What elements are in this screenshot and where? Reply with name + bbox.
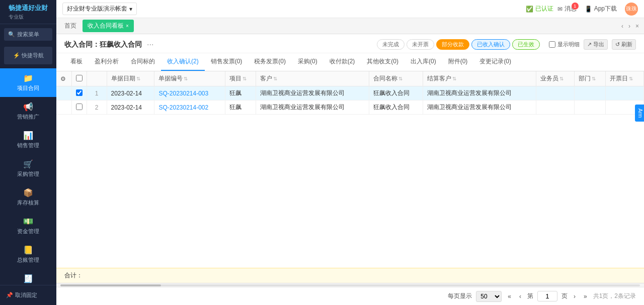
arm-button[interactable]: Arm bbox=[635, 105, 644, 122]
refresh-icon: ↺ bbox=[615, 41, 620, 48]
th-project[interactable]: 项目 ⇅ bbox=[225, 71, 256, 86]
th-department[interactable]: 部门 ⇅ bbox=[574, 71, 605, 86]
tab-attachment[interactable]: 附件(0) bbox=[442, 53, 474, 71]
more-actions-button[interactable]: ··· bbox=[147, 40, 153, 49]
tab-change-log[interactable]: 变更记录(0) bbox=[473, 53, 517, 71]
home-tab[interactable]: 首页 bbox=[60, 22, 80, 30]
tab-subject[interactable]: 合同标的 bbox=[125, 53, 161, 71]
user-avatar[interactable]: 珠珠 bbox=[625, 3, 638, 16]
message-badge: 1 bbox=[572, 3, 579, 10]
tab-purchase[interactable]: 采购(0) bbox=[292, 53, 324, 71]
sales-icon: 📊 bbox=[23, 131, 33, 140]
th-open-date[interactable]: 开票日 ⇅ bbox=[605, 71, 643, 86]
th-code[interactable]: 单据编号 ⇅ bbox=[154, 71, 225, 86]
per-page-select[interactable]: 20 50 100 bbox=[476, 291, 502, 302]
first-page-button[interactable]: « bbox=[506, 292, 513, 300]
refresh-button[interactable]: ↺ 刷新 bbox=[612, 39, 636, 50]
row2-checkbox[interactable] bbox=[76, 104, 83, 110]
row1-check[interactable] bbox=[71, 86, 87, 100]
sidebar-item-inventory[interactable]: 📦 库存核算 bbox=[0, 183, 56, 212]
tab-warehouse[interactable]: 出入库(0) bbox=[405, 53, 442, 71]
sidebar-item-funds[interactable]: 💵 资金管理 bbox=[0, 212, 56, 240]
sidebar: 畅捷通好业财 专业版 🔍 搜索菜单 ⚡ 快捷导航 📁 项目合同 📢 营销推广 📊… bbox=[0, 0, 56, 305]
table-row[interactable]: 2 2023-02-14 SQ-20230214-002 狂飙 湖南卫视商业运营… bbox=[56, 100, 644, 115]
row2-code-link[interactable]: SQ-20230214-002 bbox=[158, 104, 208, 111]
tab-sales-invoice[interactable]: 销售发票(0) bbox=[205, 53, 249, 71]
sort-dept-icon: ⇅ bbox=[592, 76, 596, 81]
tab-other-income[interactable]: 其他收支(0) bbox=[361, 53, 405, 71]
tab-close-icon[interactable]: × bbox=[634, 23, 640, 30]
page-input[interactable] bbox=[537, 291, 557, 301]
tab-payment[interactable]: 收付款(2) bbox=[324, 53, 361, 71]
tab-tax-invoice[interactable]: 税务发票(0) bbox=[248, 53, 292, 71]
th-salesperson[interactable]: 业务员 ⇅ bbox=[536, 71, 574, 86]
sidebar-item-general[interactable]: 📒 总账管理 bbox=[0, 240, 56, 269]
sort-customer-icon: ⇅ bbox=[273, 76, 277, 81]
certified-badge: ✅ 已认证 bbox=[526, 5, 553, 13]
tab-next-icon[interactable]: › bbox=[627, 23, 631, 30]
status-revenue-confirmed[interactable]: 已收入确认 bbox=[471, 39, 510, 50]
scrollbar-thumb[interactable] bbox=[60, 284, 161, 286]
scrollbar-area[interactable] bbox=[56, 283, 644, 287]
company-selector[interactable]: 好业财专业版演示帐套 ▾ bbox=[62, 3, 137, 15]
cancel-fixed-button[interactable]: 📌 取消固定 bbox=[4, 289, 52, 301]
tab-board[interactable]: 看板 bbox=[64, 53, 89, 71]
sidebar-item-marketing[interactable]: 📢 营销推广 bbox=[0, 97, 56, 126]
sidebar-item-label: 总账管理 bbox=[17, 256, 39, 264]
row2-customer: 湖南卫视商业运营发展有限公司 bbox=[256, 100, 369, 115]
display-detail-checkbox[interactable] bbox=[549, 41, 555, 48]
row1-code[interactable]: SQ-20230214-003 bbox=[154, 86, 225, 100]
sort-project-icon: ⇅ bbox=[243, 76, 247, 81]
search-menu-button[interactable]: 🔍 搜索菜单 bbox=[4, 28, 52, 41]
row2-code[interactable]: SQ-20230214-002 bbox=[154, 100, 225, 115]
company-dropdown-icon: ▾ bbox=[129, 6, 132, 13]
sidebar-item-invoice[interactable]: 🧾 发票管理 bbox=[0, 269, 56, 285]
next-page-button[interactable]: › bbox=[572, 292, 578, 300]
row2-check[interactable] bbox=[71, 100, 87, 115]
page-label: 第 bbox=[527, 292, 533, 300]
quick-nav-label: 快捷导航 bbox=[22, 52, 44, 59]
status-buttons: 未完成 未开票 部分收款 已收入确认 已生效 bbox=[377, 39, 540, 50]
table-row[interactable]: 1 2023-02-14 SQ-20230214-003 狂飙 湖南卫视商业运营… bbox=[56, 86, 644, 100]
prev-page-button[interactable]: ‹ bbox=[517, 292, 523, 300]
company-name: 好业财专业版演示帐套 bbox=[67, 5, 127, 13]
tabbar-nav: ‹ › × bbox=[620, 23, 640, 30]
right-panel: Arm bbox=[635, 105, 644, 122]
th-settings[interactable]: ⚙ bbox=[56, 71, 71, 86]
sort-contract-icon: ⇅ bbox=[398, 76, 403, 81]
tab-revenue-confirm[interactable]: 收入确认(2) bbox=[161, 53, 205, 71]
active-tab[interactable]: 收入合同看板 × bbox=[83, 20, 134, 32]
quick-nav-button[interactable]: ⚡ 快捷导航 bbox=[4, 47, 52, 64]
app-download-button[interactable]: 📱 App下载 bbox=[585, 5, 617, 13]
row1-code-link[interactable]: SQ-20230214-003 bbox=[158, 90, 208, 97]
status-effective[interactable]: 已生效 bbox=[512, 39, 540, 50]
th-settle-customer[interactable]: 结算客户 ⇅ bbox=[423, 71, 536, 86]
sidebar-item-project[interactable]: 📁 项目合同 bbox=[0, 68, 56, 97]
th-customer[interactable]: 客户 ⇅ bbox=[256, 71, 369, 86]
sidebar-item-purchase[interactable]: 🛒 采购管理 bbox=[0, 154, 56, 183]
select-all-checkbox[interactable] bbox=[76, 75, 83, 81]
row1-project: 狂飙 bbox=[225, 86, 256, 100]
funds-icon: 💵 bbox=[23, 217, 33, 226]
display-detail-label: 显示明细 bbox=[557, 41, 580, 48]
message-button[interactable]: ✉ 消息 1 bbox=[557, 5, 577, 13]
tab-prev-icon[interactable]: ‹ bbox=[620, 23, 624, 30]
th-date[interactable]: 单据日期 ⇅ bbox=[107, 71, 154, 86]
page-unit: 页 bbox=[561, 292, 568, 300]
export-icon: ↗ bbox=[587, 41, 592, 48]
export-button[interactable]: ↗ 导出 bbox=[584, 39, 608, 50]
th-contract[interactable]: 合同名称 ⇅ bbox=[369, 71, 423, 86]
last-page-button[interactable]: » bbox=[582, 292, 589, 300]
tab-profit[interactable]: 盈利分析 bbox=[89, 53, 125, 71]
status-uncomplete[interactable]: 未完成 bbox=[377, 39, 405, 50]
sidebar-item-sales[interactable]: 📊 销售管理 bbox=[0, 126, 56, 154]
close-tab-icon[interactable]: × bbox=[126, 23, 129, 29]
status-partial-payment[interactable]: 部分收款 bbox=[436, 39, 469, 50]
cancel-fixed-icon: 📌 bbox=[6, 292, 13, 298]
row1-checkbox[interactable] bbox=[76, 89, 83, 96]
row2-salesperson bbox=[536, 100, 574, 115]
row1-settle-customer: 湖南卫视商业运营发展有限公司 bbox=[423, 86, 536, 100]
status-uninvoiced[interactable]: 未开票 bbox=[407, 39, 434, 50]
sidebar-item-label: 库存核算 bbox=[17, 199, 39, 207]
row1-salesperson bbox=[536, 86, 574, 100]
